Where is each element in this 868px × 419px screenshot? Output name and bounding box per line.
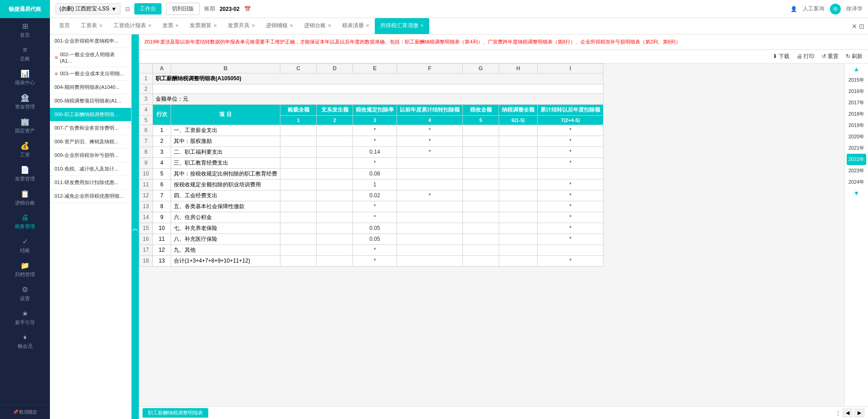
row-g-8[interactable] <box>463 201 499 212</box>
row-g-13[interactable] <box>463 255 499 266</box>
sidebar-item-member[interactable]: ♦ 畅会员 <box>0 330 50 353</box>
row-g-10[interactable] <box>463 223 499 234</box>
row-h-5[interactable] <box>499 168 538 179</box>
year-item[interactable]: 2024年 <box>847 176 866 188</box>
row-g-9[interactable] <box>463 212 499 223</box>
row-c-3[interactable] <box>280 146 317 157</box>
scroll-left-button[interactable]: ◀ <box>843 409 853 417</box>
row-name-7[interactable]: 四、工会经费支出 <box>171 190 280 201</box>
left-item-009[interactable]: 009-企业所得税弥补亏损明... <box>50 149 131 162</box>
row-name-1[interactable]: 一、工资薪金支出 <box>171 125 280 136</box>
row-g-12[interactable] <box>463 244 499 255</box>
row-c-13[interactable] <box>280 255 317 266</box>
row-h-1[interactable] <box>499 125 538 136</box>
row-h-7[interactable] <box>499 190 538 201</box>
sidebar-item-wizard[interactable]: ★ 新手引导 <box>0 306 50 330</box>
row-h-9[interactable] <box>499 212 538 223</box>
year-item[interactable]: 2017年 <box>847 97 866 108</box>
sidebar-item-tax-mgr[interactable]: 🖨 税务管理 <box>0 210 50 234</box>
row-d-2[interactable] <box>317 136 353 146</box>
sidebar-item-settlement[interactable]: ✓ 结账 <box>0 234 50 258</box>
row-d-7[interactable] <box>317 190 353 201</box>
row-c-9[interactable] <box>280 212 317 223</box>
row-name-3[interactable]: 二、职工福利要支出 <box>171 146 280 157</box>
row-name-2[interactable]: 其中：股权激励 <box>171 136 280 146</box>
reset-button[interactable]: ↺ 重置 <box>822 53 839 60</box>
sheet-menu-icon[interactable]: ⋮ <box>835 410 841 416</box>
row-d-13[interactable] <box>317 255 353 266</box>
sidebar-item-sales-ledger[interactable]: 📋 进销台账 <box>0 186 50 210</box>
row-name-9[interactable]: 六、住房公积金 <box>171 212 280 223</box>
print-button[interactable]: 🖨 打印 <box>797 53 814 60</box>
sidebar-item-assets-mgr[interactable]: 🏦 资金管理 <box>0 90 50 114</box>
left-item-008[interactable]: 008-资产折旧、摊销及纳税... <box>50 135 131 149</box>
tab-close-invoice-open[interactable]: ✕ <box>251 23 255 28</box>
row-name-10[interactable]: 七、补充养老保险 <box>171 223 280 234</box>
row-g-4[interactable] <box>463 157 499 168</box>
row-h-10[interactable] <box>499 223 538 234</box>
sidebar-item-report[interactable]: 📊 报表中心 <box>0 66 50 90</box>
row-h-8[interactable] <box>499 201 538 212</box>
tab-expand[interactable]: ⊡ <box>859 23 864 30</box>
row-c-5[interactable] <box>280 168 317 179</box>
year-scroll-down-button[interactable]: ▼ <box>845 188 868 199</box>
row-name-11[interactable]: 八、补充医疗保险 <box>171 234 280 244</box>
tab-payroll-stats[interactable]: 工资统计报表 ✕ <box>108 18 157 34</box>
row-h-6[interactable] <box>499 179 538 190</box>
row-g-11[interactable] <box>463 234 499 244</box>
user-label[interactable]: 徐泽华 <box>846 5 863 13</box>
tab-close-tax-clear[interactable]: ✕ <box>366 23 369 28</box>
left-item-005[interactable]: 005-纳税调整项目明细表(A1... <box>50 94 131 108</box>
company-selector[interactable]: (勿删) 江西腔宝-LSS ▼ <box>55 3 121 15</box>
workspace-button[interactable]: 工作台 <box>134 3 162 15</box>
row-name-8[interactable]: 五、各类基本社会保障性缴款 <box>171 201 280 212</box>
row-name-13[interactable]: 合计(1+3+4+7+8+9+10+11+12) <box>171 255 280 266</box>
sidebar-item-home[interactable]: ⊞ 首页 <box>0 18 50 42</box>
calendar-icon[interactable]: 📅 <box>244 6 251 12</box>
tab-close-ledger[interactable]: ✕ <box>328 23 331 28</box>
row-d-3[interactable] <box>317 146 353 157</box>
left-item-007[interactable]: 007-广告费和业务宣传费明... <box>50 122 131 135</box>
year-item[interactable]: 2016年 <box>847 86 866 97</box>
service-label[interactable]: 人工客询 <box>803 5 824 13</box>
sidebar-item-payroll[interactable]: 💰 工资 <box>0 138 50 162</box>
year-item[interactable]: 2018年 <box>847 108 866 120</box>
tab-tax-clear[interactable]: 税表清册 ✕ <box>337 18 375 34</box>
tab-invoice[interactable]: 发票 ✕ <box>157 18 184 34</box>
year-scroll-up-button[interactable]: ▲ <box>845 63 868 74</box>
collapse-panel-button[interactable]: 《 <box>132 34 139 419</box>
download-button[interactable]: ⬇ 下载 <box>773 53 790 60</box>
sidebar-item-ledger[interactable]: ≡ 总账 <box>0 42 50 66</box>
year-item[interactable]: 2015年 <box>847 74 866 86</box>
tab-close-invoice-check[interactable]: ✕ <box>289 23 293 28</box>
row-c-10[interactable] <box>280 223 317 234</box>
sidebar-item-archive[interactable]: 📁 归档管理 <box>0 258 50 282</box>
left-item-001[interactable]: 001-企业所得税年度纳税申... <box>50 34 131 48</box>
left-item-012[interactable]: 012-减免企业所得税优惠明细... <box>50 190 131 203</box>
row-c-11[interactable] <box>280 234 317 244</box>
cancel-fixed-btn[interactable]: 📌 取消固定 <box>0 405 50 419</box>
row-g-2[interactable] <box>463 136 499 146</box>
row-g-1[interactable] <box>463 125 499 136</box>
row-h-2[interactable] <box>499 136 538 146</box>
row-g-6[interactable] <box>463 179 499 190</box>
table-scroll[interactable]: A B C D E F G H I <box>139 63 844 407</box>
row-d-8[interactable] <box>317 201 353 212</box>
row-d-9[interactable] <box>317 212 353 223</box>
row-h-13[interactable] <box>499 255 538 266</box>
tab-close-payroll[interactable]: ✕ <box>99 23 103 28</box>
row-d-10[interactable] <box>317 223 353 234</box>
tab-home[interactable]: 首页 <box>54 18 75 34</box>
row-c-12[interactable] <box>280 244 317 255</box>
sidebar-item-settings[interactable]: ⚙ 设置 <box>0 282 50 306</box>
tab-close-invoice[interactable]: ✕ <box>175 23 179 28</box>
scroll-right-button[interactable]: ▶ <box>854 409 864 417</box>
row-c-2[interactable] <box>280 136 317 146</box>
year-item[interactable]: 2019年 <box>847 120 866 131</box>
tab-payroll[interactable]: 工资表 ✕ <box>75 18 108 34</box>
row-g-3[interactable] <box>463 146 499 157</box>
row-c-6[interactable] <box>280 179 317 190</box>
tab-invoice-check[interactable]: 进销稽核 ✕ <box>260 18 299 34</box>
row-d-12[interactable] <box>317 244 353 255</box>
row-c-4[interactable] <box>280 157 317 168</box>
